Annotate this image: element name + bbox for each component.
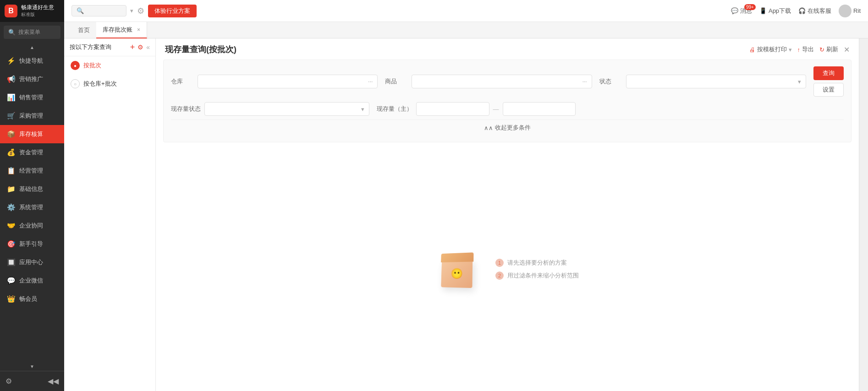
topbar: 🔍 ▾ ⚙ 体验行业方案 💬 消息 99+ 📱 App下载 🎧 在线客服 (64, 0, 868, 22)
sidebar-icon-quick-nav: ⚡ (6, 56, 16, 65)
filter-stock-status-select[interactable]: ▾ (204, 102, 369, 116)
sidebar-label-wechat: 企业微信 (19, 277, 43, 285)
tab-home[interactable]: 首页 (71, 22, 96, 38)
sidebar-icon-marketing: 📢 (6, 75, 16, 84)
empty-state: 😶 1 请先选择要分析的方案 2 用过滤条件来缩小分析范围 (156, 147, 859, 391)
online-service-btn[interactable]: 🎧 在线客服 (798, 7, 831, 15)
sidebar-item-wechat[interactable]: 💬 企业微信 (0, 272, 64, 290)
filter-stock-min-input[interactable] (416, 102, 489, 116)
sidebar-icon-basic-info: 📁 (6, 185, 16, 194)
filter-stock-max-input[interactable] (503, 102, 576, 116)
filter-status-select[interactable]: ▾ (626, 75, 806, 88)
filter-warehouse-input[interactable]: ··· (198, 75, 378, 88)
page-content: 按以下方案查询 + ⚙ « ● 按批次 ○ 按仓库+批次 (64, 38, 868, 391)
topbar-search-input[interactable] (87, 8, 119, 14)
scroll-up-btn[interactable]: ▲ (0, 43, 64, 52)
settings-footer-icon[interactable]: ⚙ (4, 375, 14, 387)
warehouse-more-icon[interactable]: ··· (368, 78, 373, 85)
collapse-more-btn[interactable]: ∧∧ 收起更多条件 (171, 119, 844, 136)
collapse-panel-icon[interactable]: « (146, 43, 150, 51)
sidebar-icon-finance: 💰 (6, 148, 16, 157)
add-scheme-icon[interactable]: + (130, 43, 135, 51)
sidebar-item-finance[interactable]: 💰 资金管理 (0, 143, 64, 162)
product-more-icon[interactable]: ··· (582, 78, 587, 85)
hint-num-2: 2 (495, 272, 504, 280)
headset-icon: 🎧 (798, 7, 806, 14)
empty-illustration: 😶 (436, 246, 482, 292)
sidebar-icon-purchase: 🛒 (6, 111, 16, 120)
status-dropdown-icon: ▾ (798, 78, 801, 85)
scheme-item-batch[interactable]: ● 按批次 (64, 56, 155, 75)
app-download-icon: 📱 (759, 7, 767, 14)
query-button[interactable]: 查询 (813, 66, 844, 80)
empty-hints: 1 请先选择要分析的方案 2 用过滤条件来缩小分析范围 (495, 259, 579, 280)
sidebar-label-sales: 销售管理 (19, 93, 43, 102)
sidebar-item-inventory[interactable]: 📦 库存核算 (0, 125, 64, 143)
filter-product-label: 商品 (385, 77, 408, 86)
search-icon: 🔍 (8, 29, 16, 36)
app-download-btn[interactable]: 📱 App下载 (759, 7, 791, 15)
sidebar-item-operations[interactable]: 📋 经营管理 (0, 162, 64, 180)
tab-inventory-batch[interactable]: 库存批次账 × (96, 22, 147, 38)
scroll-down-btn[interactable]: ▼ (0, 362, 64, 371)
refresh-icon: ↻ (819, 46, 824, 53)
hint-text-1: 请先选择要分析的方案 (507, 259, 567, 267)
sidebar-item-sales[interactable]: 📊 销售管理 (0, 88, 64, 107)
close-page-icon[interactable]: ✕ (844, 45, 850, 54)
sidebar-icon-system: ⚙️ (6, 203, 16, 212)
sidebar-item-app-center[interactable]: 🔲 应用中心 (0, 253, 64, 272)
filter-product: 商品 ··· (385, 75, 592, 88)
app-name: 畅康通好生意 (21, 4, 54, 11)
scheme-settings-icon[interactable]: ⚙ (137, 43, 143, 51)
sidebar-item-marketing[interactable]: 📢 营销推广 (0, 70, 64, 88)
sidebar-label-newbie: 新手引导 (19, 240, 43, 248)
filter-product-input[interactable]: ··· (412, 75, 592, 88)
app-download-label: App下载 (769, 7, 791, 15)
sidebar-item-purchase[interactable]: 🛒 采购管理 (0, 107, 64, 125)
experience-btn[interactable]: 体验行业方案 (148, 5, 197, 17)
sidebar-icon-inventory: 📦 (6, 130, 16, 139)
sidebar-icon-wechat: 💬 (6, 276, 16, 285)
app-title-block: 畅康通好生意 标准版 (21, 4, 54, 18)
topbar-search[interactable]: 🔍 (71, 5, 126, 16)
user-name: Rit (853, 7, 861, 14)
export-btn[interactable]: ↑ 导出 (797, 45, 814, 54)
refresh-btn[interactable]: ↻ 刷新 (819, 45, 838, 54)
right-content: 现存量查询(按批次) 🖨 按模板打印 ▾ ↑ 导出 ↻ 刷新 (156, 38, 859, 391)
scheme-label-batch: 按批次 (83, 61, 101, 70)
sidebar-item-member[interactable]: 👑 畅会员 (0, 290, 64, 308)
print-dropdown-icon[interactable]: ▾ (789, 46, 792, 53)
sidebar-search[interactable]: 🔍 搜索菜单 (4, 26, 60, 39)
empty-hint-2: 2 用过滤条件来缩小分析范围 (495, 272, 579, 280)
sidebar-item-quick-nav[interactable]: ⚡ 快捷导航 (0, 52, 64, 70)
hint-num-1: 1 (495, 259, 504, 267)
sidebar-item-basic-info[interactable]: 📁 基础信息 (0, 180, 64, 198)
user-avatar-btn[interactable]: Rit (839, 5, 861, 17)
message-btn[interactable]: 💬 消息 99+ (731, 7, 752, 15)
print-template-btn[interactable]: 🖨 按模板打印 ▾ (749, 45, 792, 54)
hint-text-2: 用过滤条件来缩小分析范围 (507, 272, 579, 280)
sidebar: B 畅康通好生意 标准版 🔍 搜索菜单 ▲ ⚡ 快捷导航 📢 营销推广 📊 销售… (0, 0, 64, 391)
scheme-item-warehouse-batch[interactable]: ○ 按仓库+批次 (64, 75, 155, 93)
sidebar-label-inventory: 库存核算 (19, 130, 43, 138)
box-body: 😶 (441, 260, 472, 288)
sidebar-label-enterprise: 企业协同 (19, 222, 43, 230)
sidebar-nav: ⚡ 快捷导航 📢 营销推广 📊 销售管理 🛒 采购管理 📦 库存核算 💰 资金管… (0, 52, 64, 362)
app-version: 标准版 (21, 11, 54, 18)
filter-stock-status-label: 现存量状态 (171, 105, 201, 113)
sidebar-item-system[interactable]: ⚙️ 系统管理 (0, 198, 64, 217)
page-header: 现存量查询(按批次) 🖨 按模板打印 ▾ ↑ 导出 ↻ 刷新 (156, 38, 859, 55)
topbar-gear-icon[interactable]: ⚙ (137, 6, 144, 16)
right-panel-bar (859, 38, 868, 391)
settings-button[interactable]: 设置 (813, 83, 844, 97)
collapse-sidebar-icon[interactable]: ◀◀ (46, 375, 60, 387)
sidebar-label-app-center: 应用中心 (19, 258, 43, 266)
sidebar-icon-newbie: 🎯 (6, 239, 16, 249)
sidebar-item-enterprise[interactable]: 🤝 企业协同 (0, 217, 64, 235)
topbar-dropdown-icon[interactable]: ▾ (130, 7, 133, 14)
sidebar-item-newbie[interactable]: 🎯 新手引导 (0, 235, 64, 253)
tab-close-icon[interactable]: × (137, 27, 140, 33)
topbar-search-icon: 🔍 (77, 7, 84, 14)
sidebar-footer: ⚙ ◀◀ (0, 371, 64, 391)
search-label: 搜索菜单 (18, 28, 40, 36)
